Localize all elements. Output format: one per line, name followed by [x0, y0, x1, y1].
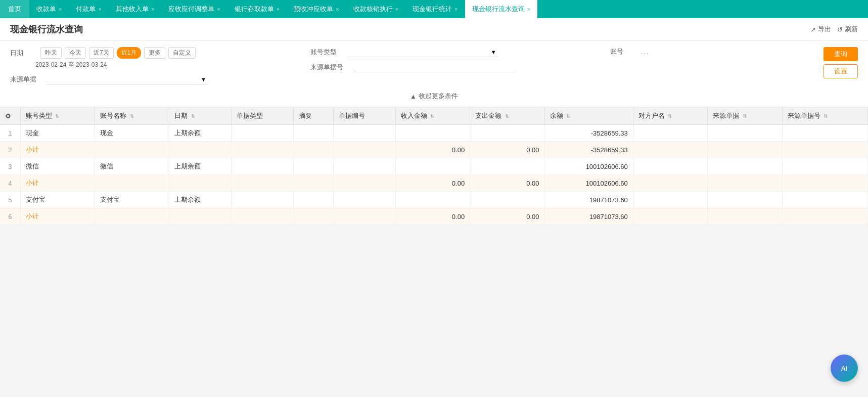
collapse-bar[interactable]: ▲ 收起更多条件	[10, 90, 858, 101]
date-yesterday[interactable]: 昨天	[40, 47, 62, 59]
cell-doc-no	[333, 125, 395, 142]
col-source-doc[interactable]: 来源单据 ⇅	[708, 107, 782, 125]
sort-icon: ⇅	[505, 113, 509, 119]
close-icon[interactable]: ×	[151, 6, 154, 12]
nav-tab-receipts[interactable]: 收款单 ×	[29, 0, 69, 18]
col-date[interactable]: 日期 ⇅	[169, 107, 232, 125]
sort-icon: ⇅	[743, 113, 747, 119]
date-today[interactable]: 今天	[65, 47, 86, 59]
sort-icon: ⇅	[566, 113, 570, 119]
account-type-input[interactable]	[349, 48, 491, 56]
cell-source-doc-no	[782, 208, 867, 225]
query-button[interactable]: 查询	[824, 47, 858, 61]
close-icon[interactable]: ×	[277, 6, 280, 12]
nav-tab-ar-ap[interactable]: 应收应付调整单 ×	[161, 0, 227, 18]
filter-area: 日期 昨天 今天 近7天 近1月 更多 自定义 2023-02-24 至 202…	[0, 41, 868, 107]
col-summary[interactable]: 摘要	[293, 107, 333, 125]
cell-account-name: 现金	[95, 125, 169, 142]
date-7days[interactable]: 近7天	[89, 47, 114, 59]
cell-counterpart	[633, 175, 707, 192]
source-doc-no-row: 来源单据号	[310, 62, 601, 72]
chevron-down-icon: ▼	[491, 49, 496, 55]
close-icon[interactable]: ×	[336, 6, 339, 12]
close-icon[interactable]: ×	[59, 6, 62, 12]
setting-button[interactable]: 设置	[824, 64, 858, 78]
source-doc-select[interactable]: ▼	[47, 74, 208, 84]
cell-doc-type	[232, 142, 294, 158]
account-no-dots[interactable]: ...	[641, 48, 649, 56]
nav-tab-bank-flow[interactable]: 现金银行流水查询 ×	[465, 0, 537, 18]
close-icon[interactable]: ×	[527, 6, 530, 12]
row-number: 4	[0, 175, 20, 192]
cell-source-doc	[708, 158, 782, 175]
col-account-name[interactable]: 账号名称 ⇅	[95, 107, 169, 125]
account-type-row: 账号类型 ▼	[310, 47, 601, 57]
cell-summary	[293, 175, 333, 192]
nav-tab-other-income[interactable]: 其他收入单 ×	[109, 0, 161, 18]
refresh-button[interactable]: ↺ 刷新	[837, 25, 858, 34]
cell-doc-type	[232, 192, 294, 208]
row-number: 5	[0, 192, 20, 208]
nav-tab-pre-receipt[interactable]: 预收冲应收单 ×	[287, 0, 346, 18]
account-type-select[interactable]: ▼	[347, 47, 498, 57]
sort-icon: ⇅	[130, 113, 134, 119]
col-doc-no[interactable]: 单据编号	[333, 107, 395, 125]
col-income[interactable]: 收入金额 ⇅	[395, 107, 470, 125]
date-more[interactable]: 更多	[144, 47, 165, 59]
cell-summary	[293, 158, 333, 175]
nav-tab-payments[interactable]: 付款单 ×	[69, 0, 108, 18]
source-doc-no-input[interactable]	[355, 63, 513, 71]
table-container: ⚙ 账号类型 ⇅ 账号名称 ⇅ 日期 ⇅ 单据类型 摘要	[0, 107, 868, 225]
cell-expense	[470, 192, 544, 208]
date-range-display: 2023-02-24 至 2023-03-24	[35, 61, 107, 69]
cell-expense: 0.00	[470, 142, 544, 158]
source-doc-no-label: 来源单据号	[310, 63, 343, 72]
gear-icon: ⚙	[5, 112, 11, 120]
close-icon[interactable]: ×	[454, 6, 458, 12]
export-button[interactable]: ↗ 导出	[810, 25, 831, 34]
cell-expense	[470, 125, 544, 142]
col-counterpart[interactable]: 对方户名 ⇅	[633, 107, 707, 125]
date-filter-options: 昨天 今天 近7天 近1月 更多 自定义	[40, 47, 196, 59]
page-title: 现金银行流水查询	[10, 23, 83, 35]
date-range-row: 2023-02-24 至 2023-03-24	[35, 61, 300, 69]
sort-icon: ⇅	[668, 113, 672, 119]
cell-balance: -3528659.33	[544, 125, 633, 142]
cell-account-type: 小计	[20, 208, 95, 225]
nav-tab-bank-stats[interactable]: 现金银行统计 ×	[405, 0, 465, 18]
date-filter-row: 日期 昨天 今天 近7天 近1月 更多 自定义	[10, 47, 300, 59]
cell-expense: 0.00	[470, 175, 544, 192]
date-1month[interactable]: 近1月	[117, 47, 142, 59]
source-doc-no-input-wrap[interactable]	[353, 62, 515, 72]
col-gear[interactable]: ⚙	[0, 107, 20, 125]
nav-tab-bank-deposit[interactable]: 银行存取款单 ×	[227, 0, 287, 18]
col-doc-type[interactable]: 单据类型	[232, 107, 294, 125]
col-account-type[interactable]: 账号类型 ⇅	[20, 107, 95, 125]
nav-home[interactable]: 首页	[0, 0, 29, 18]
right-buttons: 查询 设置	[824, 47, 858, 78]
cell-balance: 19871073.60	[544, 208, 633, 225]
col-expense[interactable]: 支出金额 ⇅	[470, 107, 544, 125]
source-doc-label: 来源单据	[10, 75, 36, 84]
close-icon[interactable]: ×	[98, 6, 101, 12]
source-doc-row: 来源单据 ▼	[10, 74, 300, 84]
col-source-doc-no[interactable]: 来源单据号 ⇅	[782, 107, 867, 125]
close-icon[interactable]: ×	[217, 6, 220, 12]
table-row: 1现金现金上期余额-3528659.33	[0, 125, 868, 142]
col-balance[interactable]: 余额 ⇅	[544, 107, 633, 125]
cell-doc-no	[333, 158, 395, 175]
cell-date	[169, 142, 232, 158]
cell-counterpart	[633, 158, 707, 175]
close-icon[interactable]: ×	[395, 6, 398, 12]
cell-income: 0.00	[395, 175, 470, 192]
nav-tab-collection[interactable]: 收款核销执行 ×	[346, 0, 405, 18]
table-row: 3微信微信上期余额100102606.60	[0, 158, 868, 175]
source-doc-input[interactable]	[49, 75, 201, 83]
cell-account-name	[95, 142, 169, 158]
chevron-down-icon: ▼	[201, 76, 206, 82]
cell-summary	[293, 208, 333, 225]
cell-expense	[470, 158, 544, 175]
account-no-label: 账号	[610, 47, 630, 56]
cell-account-type: 小计	[20, 142, 95, 158]
date-custom[interactable]: 自定义	[168, 47, 196, 59]
